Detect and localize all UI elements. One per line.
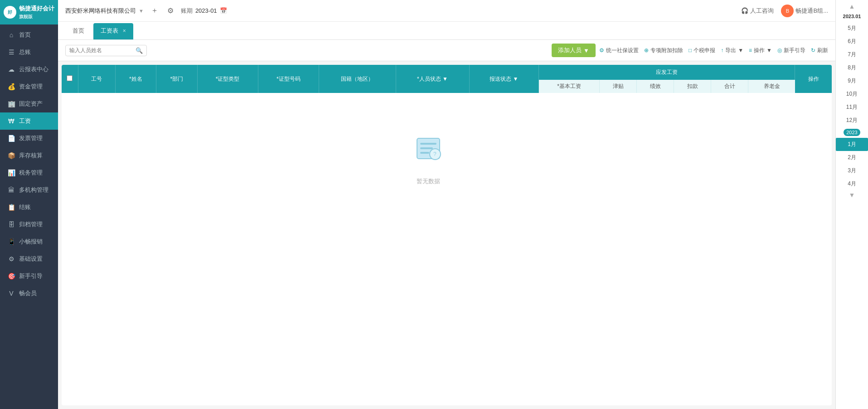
- tab-salary[interactable]: 工资表 ×: [93, 23, 133, 39]
- sidebar-item-assets[interactable]: 🏢 固定资产: [0, 95, 58, 112]
- sidebar-item-inventory[interactable]: 📦 库存核算: [0, 147, 58, 164]
- add-company-button[interactable]: ＋: [149, 4, 160, 17]
- social-security-icon: ⚙: [599, 47, 604, 54]
- sidebar-item-expense[interactable]: 📱 小畅报销: [0, 233, 58, 250]
- checkbox-header[interactable]: [62, 65, 78, 93]
- app-name: 畅捷通好会计: [19, 5, 54, 13]
- current-period-display: 2023.01: [841, 11, 863, 22]
- table-header-row1: 工号 *姓名 *部门 *证型类型 *证型号码 国籍（地区） *人员状态 ▼ 报送…: [62, 65, 832, 80]
- tax-icon: 📊: [7, 169, 15, 176]
- assets-icon: 🏢: [7, 100, 15, 107]
- tax-declare-btn[interactable]: □ 个税申报: [689, 47, 715, 54]
- month-item-3[interactable]: 3月: [836, 164, 868, 177]
- avatar: B: [781, 5, 794, 17]
- th-salary-group: 应发工资: [539, 65, 795, 80]
- select-all-checkbox[interactable]: [67, 75, 73, 81]
- calendar-icon[interactable]: 📅: [220, 7, 227, 14]
- empty-state-row: ? 暂无数据: [62, 93, 832, 222]
- month-nav-up-button[interactable]: ▲: [848, 2, 856, 11]
- th-status: *人员状态 ▼: [396, 65, 469, 93]
- deduction-label: 专项附加扣除: [650, 47, 683, 54]
- multi-icon: 🏛: [7, 186, 15, 194]
- sidebar-label-cloud: 云报表中心: [19, 65, 48, 73]
- sidebar-item-close[interactable]: 📋 结账: [0, 199, 58, 216]
- sidebar-item-guide[interactable]: 🎯 新手引导: [0, 268, 58, 285]
- sidebar-item-salary[interactable]: ₩ 工资: [0, 112, 58, 130]
- th-allowance: 津贴: [600, 80, 637, 93]
- sidebar: 好 畅捷通好会计 旗舰版 ⌂ 首页 ☰ 总账 ☁ 云报表中心 💰 资金管理 🏢 …: [0, 0, 58, 409]
- month-item-6[interactable]: 6月: [836, 35, 868, 48]
- month-nav-down-button[interactable]: ▼: [848, 190, 856, 200]
- human-service-btn[interactable]: 🎧 人工咨询: [741, 7, 774, 15]
- guide-icon: 🎯: [7, 273, 15, 280]
- sidebar-item-archive[interactable]: 🗄 归档管理: [0, 216, 58, 233]
- sidebar-item-member[interactable]: V 畅会员: [0, 285, 58, 302]
- company-selector[interactable]: 西安虾米网络科技有限公司 ▼: [65, 7, 144, 15]
- logo-icon: 好: [4, 6, 16, 19]
- refresh-icon: ↻: [811, 47, 815, 54]
- deduction-btn[interactable]: ⊕ 专项附加扣除: [644, 47, 683, 54]
- month-item-10[interactable]: 10月: [836, 88, 868, 101]
- settings-button[interactable]: ⚙: [165, 5, 175, 17]
- month-item-4[interactable]: 4月: [836, 177, 868, 190]
- sidebar-label-salary: 工资: [19, 117, 31, 125]
- th-base-salary: *基本工资: [539, 80, 600, 93]
- th-deduction: 扣款: [674, 80, 711, 93]
- sidebar-item-multi[interactable]: 🏛 多机构管理: [0, 181, 58, 199]
- social-security-label: 统一社保设置: [606, 47, 639, 54]
- month-item-12[interactable]: 12月: [836, 114, 868, 127]
- month-item-11[interactable]: 11月: [836, 101, 868, 114]
- sidebar-item-ledger[interactable]: ☰ 总账: [0, 44, 58, 61]
- sidebar-item-fund[interactable]: 💰 资金管理: [0, 78, 58, 95]
- operation-btn[interactable]: ≡ 操作 ▼: [749, 47, 772, 54]
- th-idtype: *证型类型: [197, 65, 258, 93]
- export-chevron-icon: ▼: [738, 47, 743, 54]
- sidebar-label-ledger: 总账: [19, 48, 31, 56]
- user-info-btn[interactable]: B 畅捷通B组...: [781, 5, 828, 17]
- right-panel: ▲ 2023.01 5月 6月 7月 8月 9月 10月 11月 12月 202…: [835, 0, 868, 409]
- add-person-button[interactable]: 添加人员 ▼: [552, 44, 596, 57]
- toolbar: 🔍 添加人员 ▼ ⚙ 统一社保设置 ⊕ 专项附加扣除 □ 个税申报: [58, 40, 835, 61]
- month-item-7[interactable]: 7月: [836, 48, 868, 61]
- export-label: 导出: [725, 47, 736, 54]
- salary-icon: ₩: [7, 117, 15, 125]
- month-item-5[interactable]: 5月: [836, 22, 868, 35]
- sidebar-label-tax: 税务管理: [19, 169, 43, 177]
- th-action: 操作: [795, 65, 832, 93]
- member-icon: V: [7, 290, 15, 297]
- invoice-icon: 📄: [7, 135, 15, 142]
- header-right: 🎧 人工咨询 B 畅捷通B组...: [741, 5, 828, 17]
- sidebar-label-archive: 归档管理: [19, 220, 43, 229]
- th-pension: 养老金: [748, 80, 795, 93]
- svg-rect-2: [420, 147, 433, 149]
- sidebar-item-settings[interactable]: ⚙ 基础设置: [0, 250, 58, 268]
- tax-declare-label: 个税申报: [693, 47, 715, 54]
- add-person-label: 添加人员: [558, 46, 582, 54]
- sidebar-item-cloud[interactable]: ☁ 云报表中心: [0, 61, 58, 78]
- empty-state: ? 暂无数据: [62, 93, 795, 222]
- archive-icon: 🗄: [7, 221, 15, 228]
- svg-text:?: ?: [433, 151, 436, 157]
- month-item-8[interactable]: 8月: [836, 61, 868, 74]
- close-icon: 📋: [7, 204, 15, 211]
- sidebar-label-expense: 小畅报销: [19, 238, 43, 246]
- sidebar-item-tax[interactable]: 📊 税务管理: [0, 164, 58, 181]
- period-label-wrap: 账期 2023-01 📅: [181, 7, 227, 15]
- search-input[interactable]: [69, 47, 134, 54]
- tab-home[interactable]: 首页: [65, 23, 92, 39]
- month-item-1[interactable]: 1月: [836, 138, 868, 151]
- th-dept: *部门: [156, 65, 198, 93]
- month-item-2[interactable]: 2月: [836, 151, 868, 164]
- social-security-btn[interactable]: ⚙ 统一社保设置: [599, 47, 639, 54]
- export-btn[interactable]: ↑ 导出 ▼: [721, 47, 743, 54]
- svg-rect-1: [420, 143, 436, 145]
- th-performance: 绩效: [637, 80, 674, 93]
- cloud-icon: ☁: [7, 66, 15, 73]
- sidebar-item-invoice[interactable]: 📄 发票管理: [0, 130, 58, 147]
- month-item-9[interactable]: 9月: [836, 74, 868, 88]
- sidebar-item-home[interactable]: ⌂ 首页: [0, 26, 58, 44]
- tab-close-icon[interactable]: ×: [123, 28, 126, 34]
- refresh-btn[interactable]: ↻ 刷新: [811, 47, 828, 54]
- main-area: 西安虾米网络科技有限公司 ▼ ＋ ⚙ 账期 2023-01 📅 🎧 人工咨询 B…: [58, 0, 835, 409]
- guide-btn[interactable]: ◎ 新手引导: [777, 47, 805, 54]
